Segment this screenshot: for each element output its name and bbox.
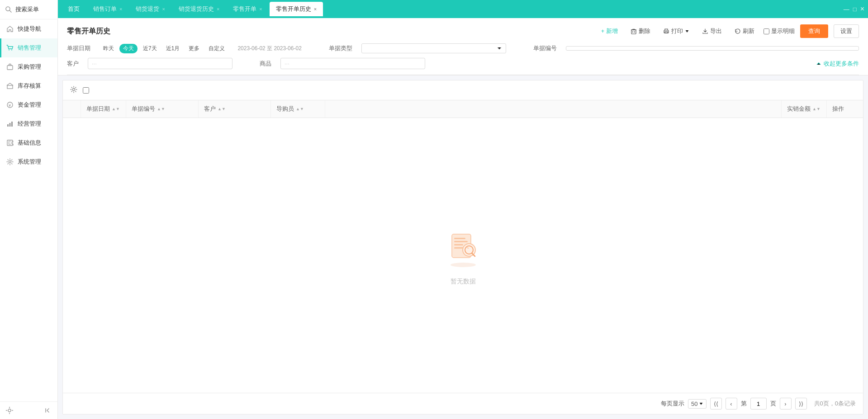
date-btn-last1month[interactable]: 近1月 [162,44,184,53]
sidebar-item-finance[interactable]: ¥ 资金管理 [0,95,57,114]
show-detail-label: 显示明细 [771,27,795,35]
svg-point-18 [73,89,75,91]
svg-rect-23 [454,244,463,245]
sidebar-item-label: 资金管理 [18,101,41,109]
sidebar-item-system[interactable]: 系统管理 [0,152,57,171]
page-size-dropdown-icon [699,401,703,406]
page-label-pre: 第 [741,400,747,408]
tab-sales-return[interactable]: 销货退货 × [129,2,171,16]
date-range-display: 2023-06-02 至 2023-06-02 [237,45,301,52]
sidebar-item-operation[interactable]: 经营管理 [0,114,57,133]
date-btn-last7[interactable]: 近7天 [139,44,161,53]
main: 首页 销售订单 × 销货退货 × 销货退货历史 × 零售开单 × 零售开单历史 … [58,0,868,419]
svg-point-19 [451,263,476,267]
tab-retail-open-history[interactable]: 零售开单历史 × [270,2,323,16]
sort-salesperson-icon[interactable]: ▲▼ [296,107,304,111]
tab-sales-return-history-close[interactable]: × [217,6,219,12]
total-label: 共0页，0条记录 [814,400,856,408]
sort-customer-icon[interactable]: ▲▼ [218,107,226,111]
table-toolbar [63,80,863,100]
date-btn-more[interactable]: 更多 [185,44,203,53]
prev-page-btn[interactable]: ‹ [726,398,737,410]
show-detail-checkbox[interactable]: 显示明细 [764,27,795,35]
date-btn-custom[interactable]: 自定义 [205,44,228,53]
delete-button[interactable]: 删除 [627,25,654,37]
chevron-down-icon [497,46,502,51]
tab-retail-open-history-label: 零售开单历史 [276,5,311,13]
goods-value: ··· [285,60,421,67]
collapse-btn[interactable]: 收起更多条件 [816,60,859,68]
sidebar-item-sales-mgmt[interactable]: 销售管理 [0,38,57,57]
add-button[interactable]: + 新增 [598,25,621,37]
settings-footer-icon[interactable] [5,406,14,414]
sidebar-item-label: 基础信息 [18,139,41,147]
tab-retail-open-close[interactable]: × [259,6,262,12]
page-title: 零售开单历史 [67,27,110,36]
page-header: 零售开单历史 + 新增 删除 打印 导出 [58,18,868,75]
sidebar-item-basic-info[interactable]: EQ 基础信息 [0,133,57,152]
tab-sales-return-history[interactable]: 销货退货历史 × [172,2,226,16]
sort-date-icon[interactable]: ▲▼ [112,107,120,111]
tab-home[interactable]: 首页 [62,2,86,16]
sidebar-item-inventory[interactable]: 库存核算 [0,76,57,95]
th-salesperson[interactable]: 导购员 ▲▼ [271,100,325,118]
pagination: 每页显示 50 ⟨⟨ ‹ 第 页 › ⟩⟩ 共0页，0条记录 [63,393,863,414]
table-area: 单据日期 ▲▼ 单据编号 ▲▼ 客户 ▲▼ 导购员 ▲▼ 实销金额 [62,80,863,414]
sidebar-item-quick-nav[interactable]: 快捷导航 [0,19,57,38]
svg-rect-4 [7,85,13,89]
th-number[interactable]: 单据编号 ▲▼ [126,100,199,118]
tab-retail-open[interactable]: 零售开单 × [227,2,268,16]
th-empty [325,100,782,118]
svg-point-1 [9,50,9,51]
sidebar-search[interactable]: 搜索采单 [0,0,57,19]
print-label: 打印 [671,27,683,35]
window-minimize[interactable]: — [844,6,849,13]
th-amount[interactable]: 实销金额 ▲▼ [782,100,827,118]
show-detail-input[interactable] [764,28,769,34]
svg-line-28 [467,248,469,248]
tab-sales-return-close[interactable]: × [162,6,165,12]
table-header: 单据日期 ▲▼ 单据编号 ▲▼ 客户 ▲▼ 导购员 ▲▼ 实销金额 [63,100,863,118]
next-page-btn[interactable]: › [780,398,792,410]
sort-number-icon[interactable]: ▲▼ [157,107,165,111]
last-page-btn[interactable]: ⟩⟩ [795,398,807,410]
th-customer[interactable]: 客户 ▲▼ [199,100,271,118]
settings-button[interactable]: 设置 [834,24,859,38]
svg-rect-21 [454,238,465,239]
th-date-label: 单据日期 [86,105,110,113]
th-date[interactable]: 单据日期 ▲▼ [81,100,126,118]
tab-sales-order[interactable]: 销售订单 × [87,2,128,16]
tab-sales-order-close[interactable]: × [119,6,122,12]
doc-type-label: 单据类型 [329,44,352,52]
window-maximize[interactable]: □ [853,6,857,13]
empty-state: 暂无数据 [63,118,863,393]
tab-retail-open-history-close[interactable]: × [314,6,317,12]
tab-sales-return-history-label: 销货退货历史 [179,5,214,13]
refresh-button[interactable]: 刷新 [731,25,758,37]
tab-sales-return-label: 销货退货 [136,5,159,13]
date-btn-yesterday[interactable]: 昨天 [100,44,118,53]
doc-type-select[interactable] [361,43,506,53]
doc-num-input[interactable] [566,46,859,51]
th-amount-label: 实销金额 [787,105,811,113]
window-close[interactable]: × [860,5,864,13]
query-button[interactable]: 查询 [800,24,828,38]
date-btn-today[interactable]: 今天 [119,44,138,53]
first-page-btn[interactable]: ⟨⟨ [710,398,722,410]
goods-input[interactable]: ··· [280,58,425,69]
select-all-checkbox[interactable] [83,87,89,94]
sidebar-item-label: 采购管理 [18,63,41,71]
page-number-input[interactable] [750,398,767,410]
window-controls: — □ × [844,5,864,13]
sidebar-item-label: 销售管理 [18,44,41,52]
sidebar-item-purchase-mgmt[interactable]: 采购管理 [0,57,57,76]
print-button[interactable]: 打印 [659,25,693,37]
export-button[interactable]: 导出 [698,25,726,37]
sort-amount-icon[interactable]: ▲▼ [812,107,821,111]
page-size-select[interactable]: 50 [688,399,706,409]
table-settings-btn[interactable] [68,84,79,96]
home-icon [6,25,14,33]
customer-input[interactable]: ··· [88,58,232,69]
svg-rect-8 [9,123,11,127]
collapse-sidebar-icon[interactable] [44,406,52,414]
